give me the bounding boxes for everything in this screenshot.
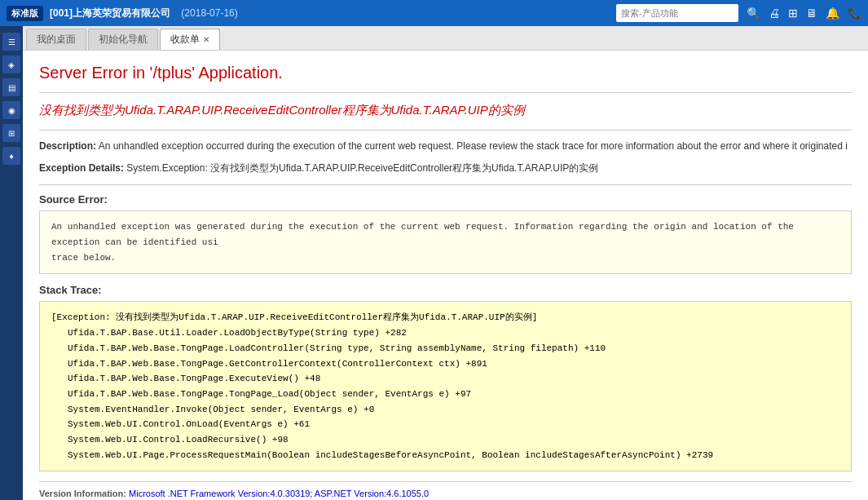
version-value: Microsoft .NET Framework Version:4.0.303… [129,489,429,498]
stack-line-7: System.Web.UI.Control.OnLoad(EventArgs e… [51,417,839,432]
stack-line-1: Ufida.T.BAP.Base.Util.Loader.LoadObjectB… [51,325,839,341]
exception-label: Exception Details: [39,162,124,174]
sidebar-icon-4[interactable]: ⊞ [2,124,20,142]
stack-line-5: Ufida.T.BAP.Web.Base.TongPage.TongPage_L… [51,387,839,402]
exception-details: Exception Details: System.Exception: 没有找… [39,161,852,176]
print-icon[interactable]: 🖨 [769,7,780,20]
stack-line-9: System.Web.UI.Page.ProcessRequestMain(Bo… [51,448,839,463]
sidebar-icon-3[interactable]: ◉ [2,101,20,119]
version-label: Version Information: [39,489,126,498]
topbar-logo: 标准版 [7,6,43,21]
stack-trace-box: [Exception: 没有找到类型为Ufida.T.ARAP.UIP.Rece… [39,301,852,471]
stack-trace-label: Stack Trace: [39,284,852,296]
search-icon[interactable]: 🔍 [747,7,760,20]
sidebar-icon-1[interactable]: ◈ [2,55,20,73]
sidebar-icon-2[interactable]: ▤ [2,78,20,96]
main-area: 我的桌面 初始化导航 收款单 ✕ Server Error in '/tplus… [23,26,868,500]
stack-line-0: [Exception: 没有找到类型为Ufida.T.ARAP.UIP.Rece… [51,310,839,325]
description-label: Description: [39,140,96,152]
version-info: Version Information: Microsoft .NET Fram… [39,481,852,498]
tab-payment[interactable]: 收款单 ✕ [160,29,220,50]
sidebar-icon-5[interactable]: ♦ [2,147,20,165]
stack-line-8: System.Web.UI.Control.LoadRecursive() +9… [51,432,839,448]
topbar-company [175,7,178,19]
stack-line-2: Ufida.T.BAP.Web.Base.TongPage.LoadContro… [51,341,839,356]
tab-init-nav[interactable]: 初始化导航 [88,29,158,50]
error-subtitle: 没有找到类型为Ufida.T.ARAP.UIP.ReceiveEditContr… [39,101,852,118]
topbar-title: [001]上海英荣贸易有限公司 [50,7,170,20]
sidebar-icon-0[interactable]: ☰ [2,33,20,51]
source-error-label: Source Error: [39,193,852,206]
layout-icon[interactable]: ⊞ [788,7,798,20]
stack-line-4: Ufida.T.BAP.Web.Base.TongPage.ExecuteVie… [51,371,839,387]
topbar: 标准版 [001]上海英荣贸易有限公司 (2018-07-16) 🔍 🖨 ⊞ 🖥… [0,0,868,26]
monitor-icon[interactable]: 🖥 [806,7,817,20]
error-description: Description: An unhandled exception occu… [39,139,852,154]
bell-icon[interactable]: 🔔 [826,7,839,20]
tab-close-icon[interactable]: ✕ [203,35,209,44]
error-content: Server Error in '/tplus' Application. 没有… [23,51,868,500]
error-main-title: Server Error in '/tplus' Application. [39,64,852,82]
stack-line-6: System.EventHandler.Invoke(Object sender… [51,402,839,418]
source-error-text: An unhandled exception was generated dur… [51,222,794,262]
search-input[interactable] [616,4,738,22]
source-error-box: An unhandled exception was generated dur… [39,210,852,274]
tab-desktop[interactable]: 我的桌面 [26,29,86,50]
topbar-date: (2018-07-16) [181,7,237,19]
phone-icon[interactable]: 📞 [848,7,861,20]
tabbar: 我的桌面 初始化导航 收款单 ✕ [23,26,868,51]
stack-line-3: Ufida.T.BAP.Web.Base.TongPage.GetControl… [51,356,839,372]
sidebar: ☰ ◈ ▤ ◉ ⊞ ♦ [0,26,23,500]
